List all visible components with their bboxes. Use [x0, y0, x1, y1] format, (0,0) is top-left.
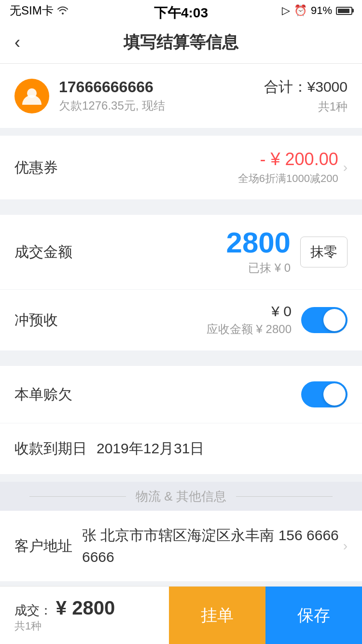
- deal-amount-value: 2800: [226, 228, 291, 257]
- status-bar: 无SIM卡 下午4:03 ▷ ⏰ 91%: [0, 0, 362, 21]
- duedate-row: 收款到期日 2019年12月31日: [0, 423, 362, 474]
- address-row[interactable]: 客户地址 张 北京市市辖区海淀区永丰南 156 6666 6666 ›: [0, 511, 362, 581]
- bottom-deal-label: 成交： ¥ 2800: [14, 597, 154, 619]
- bottom-summary: 成交： ¥ 2800 共1种: [0, 597, 169, 633]
- location-icon: ▷: [282, 4, 290, 17]
- arrearage-section: 本单赊欠 收款到期日 2019年12月31日: [0, 366, 362, 474]
- customer-card: 17666666666 欠款1276.35元, 现结 合计：¥3000 共1种: [0, 64, 362, 128]
- section-divider: 物流 & 其他信息: [0, 482, 362, 511]
- section-gap-1: [0, 207, 362, 215]
- prepay-label: 冲预收: [14, 310, 58, 330]
- coupon-discount: - ¥ 200.00 全场6折满1000减200: [238, 149, 338, 186]
- prepay-amount: ¥ 0: [207, 303, 292, 320]
- prepay-right: ¥ 0 应收金额 ¥ 2800: [207, 303, 348, 337]
- total-amount: 合计：¥3000: [264, 77, 348, 97]
- avatar: [14, 79, 49, 113]
- status-left: 无SIM卡: [10, 3, 68, 18]
- status-time: 下午4:03: [154, 4, 208, 22]
- arrearage-toggle[interactable]: [301, 381, 348, 407]
- duedate-label: 收款到期日: [14, 439, 87, 459]
- coupon-row[interactable]: 优惠券 - ¥ 200.00 全场6折满1000减200 ›: [0, 136, 362, 199]
- battery-icon: [336, 7, 352, 15]
- section-divider-text: 物流 & 其他信息: [126, 488, 236, 505]
- back-button[interactable]: ‹: [10, 28, 25, 57]
- save-button[interactable]: 保存: [265, 587, 362, 644]
- prepay-receivable: 应收金额 ¥ 2800: [207, 322, 292, 337]
- customer-info: 17666666666 欠款1276.35元, 现结: [59, 78, 165, 113]
- arrearage-label: 本单赊欠: [14, 385, 72, 405]
- deal-amount-col: 2800 已抹 ¥ 0: [226, 228, 291, 276]
- alarm-icon: ⏰: [294, 4, 307, 17]
- coupon-desc: 全场6折满1000减200: [238, 171, 338, 186]
- coupon-right: - ¥ 200.00 全场6折满1000减200 ›: [238, 149, 348, 186]
- hold-button[interactable]: 挂单: [169, 587, 265, 644]
- status-right: ▷ ⏰ 91%: [282, 4, 352, 17]
- prepay-amount-col: ¥ 0 应收金额 ¥ 2800: [207, 303, 292, 337]
- duedate-value: 2019年12月31日: [97, 439, 204, 459]
- divider-line-right: [236, 496, 333, 497]
- address-label: 客户地址: [14, 536, 72, 556]
- customer-total: 合计：¥3000 共1种: [264, 77, 348, 114]
- bottom-bar: 成交： ¥ 2800 共1种 挂单 保存: [0, 586, 362, 644]
- page-title: 填写结算等信息: [124, 31, 238, 54]
- address-chevron-icon: ›: [343, 538, 348, 554]
- deal-wiped: 已抹 ¥ 0: [226, 260, 291, 276]
- nav-bar: ‹ 填写结算等信息: [0, 21, 362, 64]
- customer-phone: 17666666666: [59, 78, 165, 96]
- coupon-label: 优惠券: [14, 158, 58, 178]
- prepay-row: 冲预收 ¥ 0 应收金额 ¥ 2800: [0, 289, 362, 350]
- arrearage-row: 本单赊欠: [0, 366, 362, 423]
- deal-amount-label: 成交金额: [14, 242, 72, 262]
- carrier-text: 无SIM卡: [10, 3, 54, 18]
- deal-amount-area: 2800 已抹 ¥ 0 抹零: [226, 228, 348, 276]
- deal-price: ¥ 2800: [56, 597, 115, 618]
- bottom-count: 共1种: [14, 619, 154, 633]
- wipe-zero-button[interactable]: 抹零: [300, 237, 348, 267]
- item-count: 共1种: [264, 99, 348, 114]
- chevron-right-icon: ›: [343, 160, 348, 175]
- wifi-icon: [57, 4, 68, 17]
- address-value: 张 北京市市辖区海淀区永丰南 156 6666 6666: [82, 524, 343, 568]
- battery-percent: 91%: [311, 4, 332, 17]
- main-content: 17666666666 欠款1276.35元, 现结 合计：¥3000 共1种 …: [0, 64, 362, 644]
- section-gap-2: [0, 358, 362, 366]
- coupon-amount: - ¥ 200.00: [238, 149, 338, 169]
- deal-amount-row: 成交金额 2800 已抹 ¥ 0 抹零: [0, 215, 362, 289]
- deal-section: 成交金额 2800 已抹 ¥ 0 抹零 冲预收 ¥ 0 应收金额 ¥ 2800: [0, 215, 362, 350]
- customer-debt: 欠款1276.35元, 现结: [59, 98, 165, 113]
- customer-left: 17666666666 欠款1276.35元, 现结: [14, 78, 165, 113]
- deal-text: 成交：: [14, 603, 52, 617]
- divider-line-left: [29, 496, 126, 497]
- prepay-toggle[interactable]: [301, 307, 348, 333]
